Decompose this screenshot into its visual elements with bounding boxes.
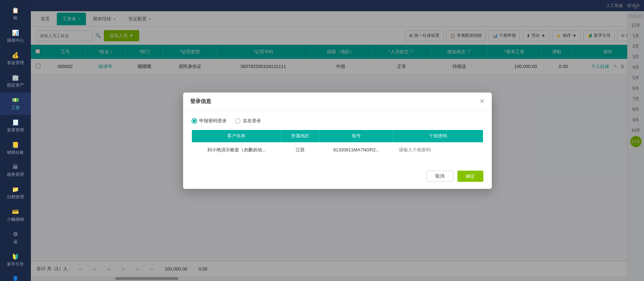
sidebar-item-expense[interactable]: 💳 小畅报销 [0, 204, 31, 227]
dialog-header: 登录信息 ✕ [183, 92, 492, 111]
fund-icon: 💰 [12, 52, 19, 59]
sidebar-item-report[interactable]: 📊 报表中心 [0, 25, 31, 48]
tax-icon: 🏛 [13, 164, 18, 170]
login-dialog: 登录信息 ✕ 申报密码登录 实名登录 客户名称 [183, 92, 492, 189]
cell-region: 江苏 [281, 142, 320, 158]
sidebar-item-fund[interactable]: 💰 资金管理 [0, 48, 31, 70]
archive-icon: 📁 [12, 186, 19, 193]
dialog-body: 申报密码登录 实名登录 客户名称 所属地区 税号 个税密码 [183, 111, 492, 166]
radio-password-dot [192, 118, 197, 124]
sidebar-item-tax[interactable]: 🏛 税务管理 [0, 160, 31, 182]
inner-col-taxid: 税号 [320, 130, 393, 142]
client-table: 客户名称 所属地区 税号 个税密码 刘小艳演示账套（勿删勿动... 江苏 913… [192, 130, 483, 158]
client-row: 刘小艳演示账套（勿删勿动... 江苏 91320811MA7NGR2... [192, 142, 483, 158]
invoice-icon: 🧾 [12, 119, 19, 126]
dialog-close-button[interactable]: ✕ [479, 98, 485, 104]
dialog-overlay: 登录信息 ✕ 申报密码登录 实名登录 客户名称 [31, 0, 644, 281]
sidebar-item-settings[interactable]: ⚙ 设 [0, 227, 31, 249]
sidebar-item-ledger[interactable]: 📒 销销台账 [0, 137, 31, 160]
ledger-icon: 📒 [12, 142, 19, 148]
cell-client-name: 刘小艳演示账套（勿删勿动... [192, 142, 281, 158]
report-icon: 📊 [12, 29, 19, 36]
confirm-button[interactable]: 确定 [457, 171, 483, 182]
dialog-footer: 取消 确定 [183, 166, 492, 189]
member-icon: 👤 [12, 276, 19, 281]
sidebar-item-member[interactable]: 👤 会员 [0, 272, 31, 281]
salary-icon: 💵 [12, 97, 19, 103]
cell-tax-id: 91320811MA7NGR2... [320, 142, 393, 158]
sidebar-item-asset[interactable]: 🏢 固定资产 [0, 70, 31, 92]
radio-real-name-login[interactable]: 实名登录 [235, 118, 261, 124]
cancel-button[interactable]: 取消 [427, 171, 453, 182]
inner-col-region: 所属地区 [281, 130, 320, 142]
password-field[interactable] [399, 147, 478, 152]
sidebar-item-salary[interactable]: 💵 工资 [0, 92, 31, 115]
dialog-title: 登录信息 [190, 98, 211, 105]
guide-icon: 🔰 [12, 253, 19, 260]
asset-icon: 🏢 [12, 74, 19, 81]
settings-icon: ⚙ [13, 231, 18, 238]
sidebar: 📋 账 📊 报表中心 💰 资金管理 🏢 固定资产 💵 工资 🧾 发票管理 📒 销… [0, 0, 31, 281]
sidebar-item-invoice[interactable]: 🧾 发票管理 [0, 115, 31, 137]
login-type-radio-group: 申报密码登录 实名登录 [192, 118, 483, 124]
radio-password-login[interactable]: 申报密码登录 [192, 118, 227, 124]
cell-password-input[interactable] [393, 142, 483, 158]
expense-icon: 💳 [12, 208, 19, 215]
sidebar-item-archive[interactable]: 📁 日档管理 [0, 182, 31, 204]
inner-col-client: 客户名称 [192, 130, 281, 142]
sidebar-item-guide[interactable]: 🔰 新手引导 [0, 249, 31, 272]
sidebar-item-account[interactable]: 📋 账 [0, 3, 31, 25]
account-icon: 📋 [12, 7, 19, 14]
inner-col-password: 个税密码 [393, 130, 483, 142]
radio-realname-dot [235, 118, 241, 124]
